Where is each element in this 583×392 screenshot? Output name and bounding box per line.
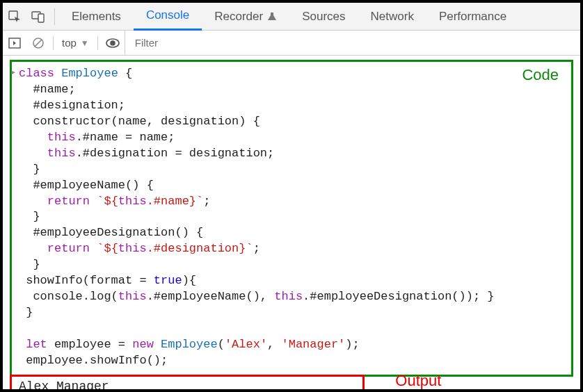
console-body: ▸ Code class Employee { #name; #designat…	[3, 56, 580, 392]
inspect-icon[interactable]	[3, 3, 26, 31]
clear-console-icon[interactable]	[26, 31, 50, 56]
filter-wrap	[125, 31, 580, 56]
output-annotation-label: Output	[395, 372, 441, 390]
tab-recorder[interactable]: Recorder	[202, 3, 289, 31]
separator	[53, 36, 54, 50]
svg-rect-2	[38, 14, 44, 22]
code-annotation-label: Code	[522, 65, 559, 85]
console-toolbar: top ▼	[3, 31, 580, 56]
tab-performance[interactable]: Performance	[426, 3, 519, 31]
live-expression-icon[interactable]	[101, 31, 125, 56]
tab-label: Recorder	[214, 10, 263, 24]
tab-label: Performance	[439, 10, 506, 24]
beta-badge-icon	[267, 12, 277, 22]
console-output-block: Alex Manager	[10, 375, 365, 392]
tab-label: Network	[371, 10, 414, 24]
tab-elements[interactable]: Elements	[59, 3, 134, 31]
chevron-down-icon: ▼	[81, 38, 89, 48]
code-content: class Employee { #name; #designation; co…	[19, 66, 564, 369]
filter-input[interactable]	[129, 34, 580, 51]
tab-console[interactable]: Console	[134, 3, 202, 31]
toggle-sidebar-icon[interactable]	[3, 31, 26, 56]
separator	[54, 8, 55, 25]
tab-label: Sources	[302, 10, 345, 24]
tab-label: Elements	[72, 10, 121, 24]
svg-point-6	[111, 41, 115, 45]
code-input-block[interactable]: ▸ Code class Employee { #name; #designat…	[10, 60, 573, 377]
device-toggle-icon[interactable]	[26, 3, 50, 31]
expand-icon[interactable]: ▸	[10, 66, 16, 79]
svg-line-5	[35, 40, 42, 47]
devtools-tabs: ElementsConsoleRecorderSourcesNetworkPer…	[3, 3, 580, 31]
tab-label: Console	[146, 8, 189, 22]
context-selector[interactable]: top ▼	[56, 37, 95, 49]
context-label: top	[62, 37, 77, 49]
tab-sources[interactable]: Sources	[289, 3, 358, 31]
separator	[97, 36, 98, 50]
output-text: Alex Manager	[19, 379, 109, 392]
tab-network[interactable]: Network	[358, 3, 426, 31]
